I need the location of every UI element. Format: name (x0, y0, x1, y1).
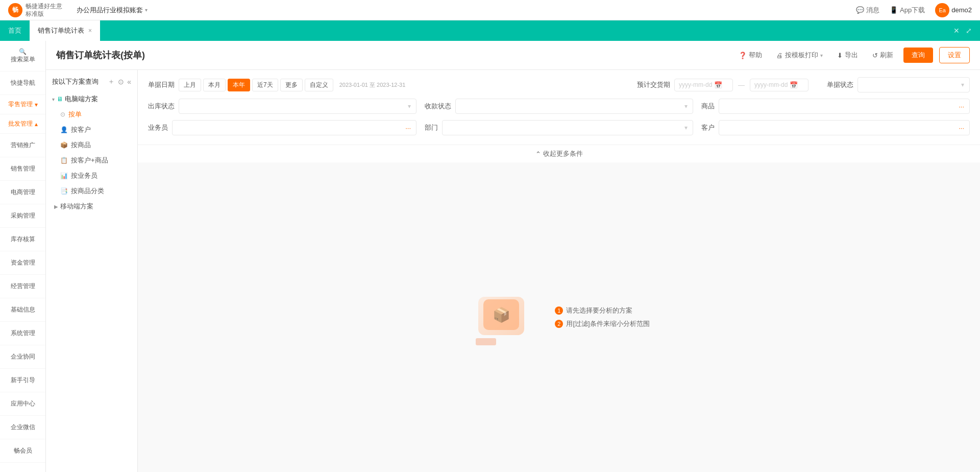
top-bar-right: 💬 消息 📱 App下载 Ea demo2 (856, 3, 972, 17)
sidebar-item-retail[interactable]: 零售管理 ▾ (0, 95, 45, 114)
sidebar-item-marketing[interactable]: 营销推广 (0, 134, 45, 157)
result-area: 📦 1 请先选择要分析的方案 2 用[过滤]条件来缩小分析范围 (138, 162, 980, 472)
content-area: 销售订单统计表(按单) ❓ 帮助 🖨 按模板打印 ▾ ⬇ 导出 ↺ 刷新 (46, 41, 980, 472)
user-name: demo2 (951, 6, 972, 14)
empty-illustration: 📦 (468, 289, 534, 345)
help-button[interactable]: ❓ 帮助 (734, 49, 766, 62)
sidebar-item-enterprise[interactable]: 企业协同 (0, 345, 45, 369)
sidebar-item-ecommerce[interactable]: 电商管理 (0, 181, 45, 204)
empty-hint-1: 1 请先选择要分析的方案 (555, 306, 632, 315)
salesman-input[interactable]: ··· (172, 120, 416, 135)
query-button[interactable]: 查询 (903, 48, 933, 63)
tab-sales-order-stats[interactable]: 销售订单统计表 × (30, 20, 100, 41)
filter-section: 单据日期 上月 本月 本年 近7天 更多 自定义 2023-01-01 至 20… (138, 70, 980, 162)
date-btn-last-7days[interactable]: 近7天 (252, 79, 278, 91)
print-chevron-icon: ▾ (820, 53, 823, 58)
tab-home[interactable]: 首页 (0, 20, 30, 41)
customer-input[interactable]: ··· (719, 120, 970, 135)
goods-input[interactable]: ··· (719, 99, 970, 114)
top-bar: 畅 畅捷通好生意 标准版 办公用品行业模拟账套 ▾ 💬 消息 📱 App下载 E… (0, 0, 980, 20)
scheme-panel: 按以下方案查询 ＋ ⊙ « ▾ 🖥 电脑端方案 ⊙ 按单 (46, 70, 138, 472)
calendar-start-icon: 📅 (714, 81, 722, 89)
department-chevron-icon: ▾ (684, 124, 688, 131)
date-separator: — (737, 81, 746, 89)
sidebar-item-search[interactable]: 🔍 搜索菜单 (0, 41, 45, 72)
refresh-button[interactable]: ↺ 刷新 (868, 49, 897, 62)
sidebar-item-app-center[interactable]: 应用中心 (0, 392, 45, 416)
top-bar-left: 畅 畅捷通好生意 标准版 办公用品行业模拟账套 ▾ (8, 3, 148, 17)
sidebar-item-sales[interactable]: 销售管理 (0, 157, 45, 181)
scheme-settings-icon[interactable]: ⊙ (118, 78, 124, 86)
user-area[interactable]: Ea demo2 (935, 3, 972, 17)
sidebar-item-wechat[interactable]: 企业微信 (0, 416, 45, 439)
date-btn-this-year[interactable]: 本年 (228, 79, 250, 91)
sidebar-item-purchase[interactable]: 采购管理 (0, 204, 45, 228)
doc-status-select[interactable]: ▾ (857, 77, 970, 92)
empty-visual-container: 📦 1 请先选择要分析的方案 2 用[过滤]条件来缩小分析范围 (468, 289, 649, 345)
scheme-customer-icon: 👤 (60, 126, 68, 133)
payment-status-group: 收款状态 ▾ (425, 99, 693, 114)
date-btn-custom[interactable]: 自定义 (305, 79, 333, 91)
scheme-item-by-salesman[interactable]: 📊 按业务员 (46, 168, 137, 183)
sidebar-item-basic-info[interactable]: 基础信息 (0, 298, 45, 322)
date-btn-more[interactable]: 更多 (280, 79, 303, 91)
window-maximize-icon[interactable]: ⤢ (966, 27, 972, 35)
export-button[interactable]: ⬇ 导出 (833, 49, 862, 62)
empty-face-icon: 📦 (483, 299, 519, 330)
settings-button[interactable]: 设置 (939, 47, 970, 63)
logo-icon: 畅 (8, 3, 22, 17)
print-button[interactable]: 🖨 按模板打印 ▾ (772, 49, 827, 62)
sidebar-item-member[interactable]: 畅会员 (0, 439, 45, 463)
page-title: 销售订单统计表(按单) (56, 49, 145, 61)
workspace-chevron-icon: ▾ (145, 7, 148, 13)
scheme-category-icon: 📑 (60, 187, 68, 195)
scheme-collapse-icon[interactable]: « (127, 78, 131, 86)
scheme-item-by-customer-goods[interactable]: 📋 按客户+商品 (46, 153, 137, 168)
filter-result-area: 单据日期 上月 本月 本年 近7天 更多 自定义 2023-01-01 至 20… (138, 70, 980, 472)
scheme-item-by-category[interactable]: 📑 按商品分类 (46, 183, 137, 199)
window-controls: ✕ ⤢ (953, 27, 980, 35)
page-header: 销售订单统计表(按单) ❓ 帮助 🖨 按模板打印 ▾ ⬇ 导出 ↺ 刷新 (46, 41, 980, 70)
scheme-panel-header: 按以下方案查询 ＋ ⊙ « (46, 74, 137, 89)
sidebar-item-finance[interactable]: 资金管理 (0, 251, 45, 275)
expected-date-end[interactable]: yyyy-mm-dd 📅 (750, 79, 808, 91)
date-btn-this-month[interactable]: 本月 (203, 79, 226, 91)
sidebar-item-operations[interactable]: 经营管理 (0, 275, 45, 298)
filter-inner: 单据日期 上月 本月 本年 近7天 更多 自定义 2023-01-01 至 20… (138, 70, 980, 140)
scheme-pc-group: ▾ 🖥 电脑端方案 ⊙ 按单 👤 按客户 📦 按商品 (46, 91, 137, 199)
expected-date-start[interactable]: yyyy-mm-dd 📅 (674, 79, 733, 91)
goods-label: 商品 (701, 102, 715, 111)
delivery-chevron-icon: ▾ (408, 103, 411, 110)
payment-chevron-icon: ▾ (684, 103, 688, 110)
department-group: 部门 ▾ (425, 120, 693, 135)
sidebar-retail-arrow: ▾ (35, 101, 38, 108)
download-icon: 📱 (890, 6, 898, 14)
scheme-add-icon[interactable]: ＋ (108, 77, 115, 86)
tab-close-icon[interactable]: × (88, 27, 92, 34)
payment-status-select[interactable]: ▾ (455, 99, 693, 114)
scheme-item-by-customer[interactable]: 👤 按客户 (46, 122, 137, 137)
date-label: 单据日期 (148, 80, 175, 89)
sidebar-item-quick-nav[interactable]: 快捷导航 (0, 72, 45, 95)
window-close-icon[interactable]: ✕ (953, 27, 960, 35)
delivery-status-select[interactable]: ▾ (179, 99, 416, 114)
date-btn-last-month[interactable]: 上月 (179, 79, 201, 91)
sidebar-item-wholesale[interactable]: 批发管理 ▴ (0, 114, 45, 134)
scheme-group-pc[interactable]: ▾ 🖥 电脑端方案 (46, 91, 137, 107)
workspace-selector[interactable]: 办公用品行业模拟账套 ▾ (77, 6, 148, 15)
app-download-button[interactable]: 📱 App下载 (890, 6, 925, 15)
scheme-mobile-group[interactable]: ▶ 移动端方案 (46, 199, 137, 214)
sidebar-item-guide[interactable]: 新手引导 (0, 369, 45, 392)
department-select[interactable]: ▾ (442, 120, 693, 135)
scheme-item-by-order[interactable]: ⊙ 按单 (46, 107, 137, 122)
message-button[interactable]: 💬 消息 (856, 6, 879, 15)
refresh-icon: ↺ (872, 52, 878, 59)
scheme-panel-icons: ＋ ⊙ « (108, 77, 131, 86)
sidebar-item-system[interactable]: 系统管理 (0, 322, 45, 345)
customer-group: 客户 ··· (701, 120, 970, 135)
sidebar-item-inventory[interactable]: 库存核算 (0, 228, 45, 251)
empty-base (476, 338, 496, 345)
scheme-goods-icon: 📦 (60, 141, 68, 149)
collapse-button[interactable]: ⌃ 收起更多条件 (138, 145, 980, 162)
scheme-item-by-goods[interactable]: 📦 按商品 (46, 137, 137, 153)
